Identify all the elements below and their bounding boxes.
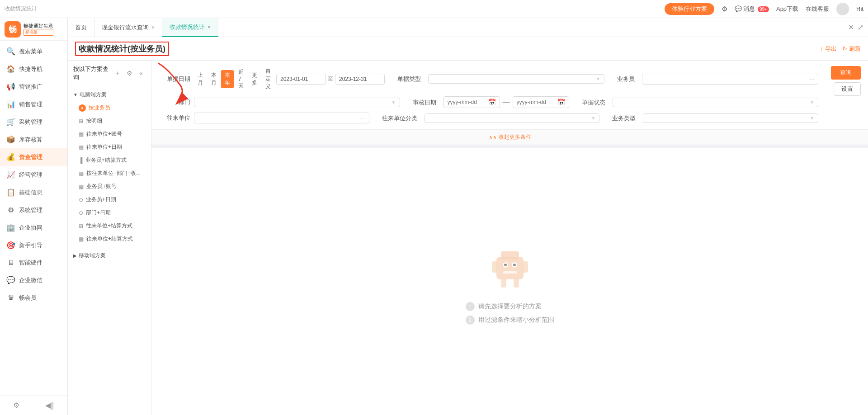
newbie-icon: 🎯 xyxy=(6,241,15,250)
dept-dropdown-icon[interactable]: ▼ xyxy=(392,100,396,105)
scheme-settings-btn[interactable]: ⚙ xyxy=(125,69,134,78)
date-btn-more[interactable]: 更多 xyxy=(248,70,261,88)
hardware-icon: 🖥 xyxy=(6,259,15,267)
date-filter-control: 上月 本月 本年 近7天 更多 自定义 至 xyxy=(194,66,385,92)
sidebar-item-marketing[interactable]: 📢 营销推广 xyxy=(0,78,67,95)
scheme-item-unit-account[interactable]: ▦ 往来单位+账号 xyxy=(68,127,151,141)
sidebar-item-purchase[interactable]: 🛒 采购管理 xyxy=(0,113,67,131)
tab-home[interactable]: 首页 xyxy=(68,18,94,37)
tab-bar: 首页 现金银行流水查询 × 收款情况统计 × ✕ ⤢ xyxy=(68,18,868,37)
refresh-button[interactable]: ↻ 刷新 xyxy=(842,45,861,53)
doc-status-dropdown-icon[interactable]: ▼ xyxy=(810,100,814,105)
app-download-label[interactable]: App下载 xyxy=(776,5,798,13)
counter-party-class-dropdown-icon[interactable]: ▼ xyxy=(591,116,595,121)
sidebar-item-newbie[interactable]: 🎯 新手引导 xyxy=(0,236,67,254)
gear-icon[interactable]: ⚙ xyxy=(722,5,727,13)
sidebar-settings-btn[interactable]: ⚙ xyxy=(9,399,23,411)
inventory-icon: 📦 xyxy=(6,135,15,144)
sidebar-item-basic[interactable]: 📋 基础信息 xyxy=(0,184,67,201)
calendar-icon-1: 📅 xyxy=(488,99,496,106)
sidebar-item-system[interactable]: ⚙ 系统管理 xyxy=(0,201,67,219)
scheme-section-desktop-title[interactable]: ▼ 电脑端方案 xyxy=(68,88,151,101)
query-button[interactable]: 查询 xyxy=(831,66,861,80)
empty-tips: 1 请先选择要分析的方案 2 用过滤条件来缩小分析范围 xyxy=(466,302,554,325)
table-icon-3: ▦ xyxy=(79,170,84,177)
sidebar-item-search[interactable]: 🔍 搜索菜单 xyxy=(0,42,67,60)
arrow-right-icon: ▶ xyxy=(73,253,77,258)
tab-bank-flow-close[interactable]: × xyxy=(151,24,155,31)
sidebar-item-hardware[interactable]: 🖥 智能硬件 xyxy=(0,254,67,271)
user-label[interactable]: Rit xyxy=(856,5,863,12)
content-area: 首页 现金银行流水查询 × 收款情况统计 × ✕ ⤢ 收款情况统计(按业务员) … xyxy=(68,18,868,415)
svg-rect-8 xyxy=(523,261,528,273)
tab-bank-flow[interactable]: 现金银行流水查询 × xyxy=(94,18,162,37)
doc-status-label: 单据状态 xyxy=(582,99,605,106)
date-btn-last-month[interactable]: 上月 xyxy=(194,70,207,88)
sidebar-item-member[interactable]: ♛ 畅会员 xyxy=(0,289,67,307)
sidebar-item-sales[interactable]: 📊 销售管理 xyxy=(0,95,67,113)
header-right: 体验行业方案 ⚙ 💬 消息 99+ App下载 在线客服 Rit xyxy=(665,3,863,15)
bar-icon: ▐ xyxy=(79,157,83,164)
messages-label[interactable]: 💬 消息 99+ xyxy=(735,5,769,13)
doc-type-dropdown-icon[interactable]: ▼ xyxy=(596,76,600,81)
scheme-item-unit-settlement2[interactable]: ▦ 往来单位+结算方式 xyxy=(68,232,151,245)
sidebar-item-enterprise[interactable]: 🏢 企业协同 xyxy=(0,219,67,236)
date-btn-this-month[interactable]: 本月 xyxy=(208,70,220,88)
purchase-icon: 🛒 xyxy=(6,118,15,126)
user-avatar[interactable] xyxy=(836,3,849,15)
tab-expand-btn[interactable]: ⤢ xyxy=(858,23,863,32)
counter-party-label: 往来单位 xyxy=(159,114,190,122)
date-btn-custom[interactable]: 自定义 xyxy=(262,66,274,92)
tab-home-label: 首页 xyxy=(75,24,87,32)
date-btn-this-year[interactable]: 本年 xyxy=(221,70,234,88)
wechat-icon: 💬 xyxy=(6,276,15,284)
date-btn-7days[interactable]: 近7天 xyxy=(235,67,247,91)
counter-party-class-label: 往来单位分类 xyxy=(382,115,417,122)
tab-collection-stats[interactable]: 收款情况统计 × xyxy=(162,18,218,37)
scheme-item-by-salesman[interactable]: ● 按业务员 xyxy=(68,101,151,114)
sidebar-item-quicknav[interactable]: 🏠 快捷导航 xyxy=(0,60,67,78)
scheme-add-btn[interactable]: ＋ xyxy=(113,69,122,78)
date-from-input[interactable] xyxy=(276,74,326,85)
scheme-item-dept-date[interactable]: ⊙ 部门+日期 xyxy=(68,206,151,219)
scheme-panel-label: 按以下方案查询 xyxy=(73,65,110,81)
tab-collection-stats-close[interactable]: × xyxy=(208,24,211,30)
trial-button[interactable]: 体验行业方案 xyxy=(665,3,714,15)
sidebar-label-finance: 资金管理 xyxy=(19,153,42,161)
tab-close-all-btn[interactable]: ✕ xyxy=(848,23,854,32)
review-date-to-input[interactable] xyxy=(517,99,557,105)
settings-button[interactable]: 设置 xyxy=(834,82,861,96)
review-date-from-input[interactable] xyxy=(448,99,488,105)
scheme-item-label-detail: 按明细 xyxy=(86,117,102,125)
sidebar-collapse-btn[interactable]: ◀‖ xyxy=(42,399,58,411)
scheme-item-salesman-date[interactable]: ⊙ 业务员+日期 xyxy=(68,193,151,206)
collapse-bar[interactable]: ∧∧ 收起更多条件 xyxy=(151,129,868,145)
scheme-item-unit-dept-collect[interactable]: ▦ 按往来单位+部门+收... xyxy=(68,167,151,180)
export-icon: ↑ xyxy=(821,45,824,52)
results-section: 1 请先选择要分析的方案 2 用过滤条件来缩小分析范围 xyxy=(151,148,868,415)
arrow-down-icon: ▼ xyxy=(73,92,78,97)
sidebar-item-wechat[interactable]: 💬 企业微信 xyxy=(0,271,67,289)
business-type-dropdown-icon[interactable]: ▼ xyxy=(810,116,814,121)
svg-rect-0 xyxy=(496,257,524,279)
scheme-item-salesman-account[interactable]: ▦ 业务员+账号 xyxy=(68,180,151,193)
enterprise-icon: 🏢 xyxy=(6,223,15,232)
scheme-item-label-unit-dept: 按往来单位+部门+收... xyxy=(86,170,141,177)
scheme-item-detail[interactable]: ⊞ 按明细 xyxy=(68,114,151,127)
tab-bank-flow-label: 现金银行流水查询 xyxy=(102,24,149,32)
scheme-item-unit-date[interactable]: ▦ 往来单位+日期 xyxy=(68,141,151,154)
online-service-label[interactable]: 在线客服 xyxy=(806,5,829,13)
sidebar-item-inventory[interactable]: 📦 库存核算 xyxy=(0,131,67,148)
scheme-item-unit-settlement1[interactable]: ⊞ 往来单位+结算方式 xyxy=(68,219,151,232)
scheme-section-mobile-title[interactable]: ▶ 移动端方案 xyxy=(68,249,151,262)
scheme-collapse-btn[interactable]: « xyxy=(137,69,146,78)
sidebar-item-finance[interactable]: 💰 资金管理 xyxy=(0,148,67,166)
export-button[interactable]: ↑ 导出 xyxy=(821,45,837,53)
counter-party-more-btn[interactable]: ··· xyxy=(361,115,365,121)
scheme-item-salesman-settlement[interactable]: ▐ 业务员+结算方式 xyxy=(68,154,151,167)
date-to-input[interactable] xyxy=(335,74,385,85)
active-scheme-dot: ● xyxy=(79,104,86,112)
logo-icon: 畅 xyxy=(5,21,21,38)
salesman-more-btn[interactable]: ··· xyxy=(810,76,814,82)
sidebar-item-operations[interactable]: 📈 经营管理 xyxy=(0,166,67,184)
